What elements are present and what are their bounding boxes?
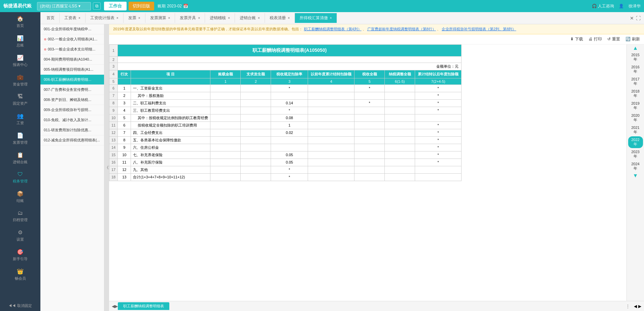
left-panel-item-002[interactable]: ⊗ 002-一般企业收入明细表(A1... <box>40 34 104 44</box>
sidebar-item-invoice[interactable]: 📄 发票管理 <box>0 129 40 148</box>
title-row: 1 职工薪酬纳税调整明细表(A105050) <box>109 44 462 56</box>
error-icon-002: ⊗ <box>44 37 46 41</box>
year-item-2022[interactable]: 2022年 <box>628 136 643 148</box>
workspace-button[interactable]: 工作台 <box>104 2 127 10</box>
year-item-2021[interactable]: 2021年 <box>628 124 643 136</box>
table-row: 16 11 八、补充医疗保险 0.05 * <box>109 159 462 166</box>
sidebar-item-home[interactable]: 🏠 首页 <box>0 12 40 32</box>
calendar-icon[interactable]: 📅 <box>183 4 188 8</box>
sheet-scroll-left[interactable]: ◀ <box>112 304 115 309</box>
year-item-2024[interactable]: 2024年 <box>628 161 643 172</box>
sidebar-item-general-ledger[interactable]: 📊 总账 <box>0 32 40 51</box>
sidebar-item-capital[interactable]: 💼 资金管理 <box>0 71 40 90</box>
left-panel-collapse-button[interactable]: 《 <box>104 24 109 311</box>
warning-link-2[interactable]: 广宣费超标年度纳税调整明细表（第8行） <box>367 27 436 31</box>
tab-close-invoice-calc[interactable]: × <box>168 16 170 20</box>
tab-close-invoice-open[interactable]: × <box>198 16 200 20</box>
sheet-scroll-right[interactable]: ▶ <box>115 304 118 309</box>
tab-close-payroll-report[interactable]: × <box>116 16 118 20</box>
sidebar-item-assets[interactable]: 🏗 固定资产 <box>0 90 40 109</box>
download-button[interactable]: ⬇ 下载 <box>570 36 583 42</box>
tab-payroll[interactable]: 工资表 × <box>60 13 86 23</box>
tab-close-all-button[interactable]: ✕ <box>630 15 634 21</box>
error-icon-003: ⊗ <box>44 47 46 51</box>
sidebar-label-member: 畅会员 <box>15 276 26 281</box>
year-item-2018[interactable]: 2018年 <box>628 88 643 100</box>
tab-close-purchase-ledger[interactable]: × <box>258 16 260 20</box>
tab-actions: ✕ ⛶ <box>630 15 643 21</box>
refresh-button[interactable]: 🔄 刷新 <box>625 36 640 42</box>
tab-close-purchase-check[interactable]: × <box>228 16 230 20</box>
tab-invoice-open[interactable]: 发票开具 × <box>175 13 205 23</box>
company-selector[interactable]: (勿动) 江西腿宝-LSS ▾ <box>37 2 91 10</box>
left-panel-item-001[interactable]: 001-企业所得税年度纳税申... <box>40 24 104 34</box>
sheet-tab-active[interactable]: 职工薪酬纳税调整明细表 <box>118 302 169 310</box>
sheet-menu-icon[interactable]: ⋮ <box>626 304 630 309</box>
tab-home[interactable]: 首页 <box>42 13 60 23</box>
left-panel-item-010[interactable]: 010-免税、减计收入及加计... <box>40 115 104 125</box>
assets-icon: 🏗 <box>18 94 23 100</box>
closing-icon: 📦 <box>17 191 24 197</box>
tab-maximize-button[interactable]: ⛶ <box>636 15 641 21</box>
year-nav-up-button[interactable]: ▲ <box>633 45 638 51</box>
help-button[interactable]: 🎧 人工咨询 <box>592 3 614 9</box>
tab-purchase-check[interactable]: 进销稽核 × <box>205 13 235 23</box>
switch-button[interactable]: 切到旧版 <box>129 2 154 10</box>
sidebar-item-settings[interactable]: ⚙ 设置 <box>0 226 40 245</box>
sidebar-item-tax[interactable]: 🛡 税务管理 <box>0 168 40 187</box>
year-item-2015[interactable]: 2015年 <box>628 51 643 63</box>
sidebar-item-payroll[interactable]: 👥 工资 <box>0 109 40 129</box>
sidebar-item-member[interactable]: 👑 畅会员 <box>0 265 40 284</box>
year-item-2016[interactable]: 2016年 <box>628 64 643 75</box>
sheet-options: ⋮ ◀ ▶ <box>626 304 641 309</box>
tab-purchase-ledger[interactable]: 进销台账 × <box>235 13 265 23</box>
col-F-header: 以前年度累计结转扣除额 <box>308 70 354 78</box>
capital-icon: 💼 <box>17 74 24 80</box>
tab-close-invoice[interactable]: × <box>138 16 140 20</box>
col-G-header: 税收全额 <box>354 70 385 78</box>
table-row: 11 6 按税收规定全额扣除的职工培训费用 1 * <box>109 122 462 129</box>
tab-close-income-tax[interactable]: × <box>330 16 332 20</box>
year-item-2023[interactable]: 2023年 <box>628 148 643 160</box>
year-item-2017[interactable]: 2017年 <box>628 76 643 88</box>
left-panel-item-007[interactable]: 007-广告费和业务宣传费明... <box>40 85 104 95</box>
tab-close-payroll[interactable]: × <box>78 16 80 20</box>
left-panel-item-005[interactable]: 005-纳税调整项目明细表(A1... <box>40 65 104 75</box>
left-panel-item-003[interactable]: ⊗ 003-一般企业成本支出明细... <box>40 44 104 55</box>
year-item-2020[interactable]: 2020年 <box>628 112 643 124</box>
warning-link-1[interactable]: 职工薪酬纳税调整明细表（第4列） <box>304 27 362 31</box>
left-panel-item-006[interactable]: 006-职工薪酬纳税调整明细... <box>40 75 104 85</box>
left-panel-item-012[interactable]: 012-减免企业所得税优惠明细表(... <box>40 135 104 145</box>
year-nav-down-button[interactable]: ▼ <box>633 173 638 179</box>
left-panel-item-008[interactable]: 008-资产折旧、摊销及纳税... <box>40 95 104 105</box>
print-button[interactable]: 🖨 打印 <box>588 36 602 42</box>
left-panel-item-004[interactable]: 004-期间费用明细表(A1040... <box>40 55 104 65</box>
tab-tax-table[interactable]: 税表清册 × <box>265 13 295 23</box>
tab-payroll-report[interactable]: 工资统计报表 × <box>86 13 124 23</box>
copy-button[interactable]: ⧉ <box>93 2 101 10</box>
tab-label-home: 首页 <box>46 15 55 21</box>
col-D-header: 支求发生额 <box>241 70 271 78</box>
sheet-scroll-bar-right[interactable]: ▶ <box>638 304 641 309</box>
sidebar-item-guide[interactable]: 🎯 新手引导 <box>0 245 40 265</box>
sidebar-item-closing[interactable]: 📦 结账 <box>0 187 40 207</box>
reset-button[interactable]: ↺ 重置 <box>607 36 620 42</box>
tab-close-tax-table[interactable]: × <box>288 16 290 20</box>
sidebar-item-reports[interactable]: 📈 报表中心 <box>0 51 40 71</box>
sidebar-footer-unpin[interactable]: ◀◀ 取消固定 <box>0 301 40 311</box>
table-row: 8 3 二、职工福利费支出 0.14 * * <box>109 99 462 107</box>
sheet-scroll-bar-left[interactable]: ◀ <box>634 304 637 309</box>
sidebar-item-archive[interactable]: 🗂 归档管理 <box>0 207 40 226</box>
year-item-2019[interactable]: 2019年 <box>628 100 643 112</box>
left-panel-item-011[interactable]: 011-研发费用加计扣除优惠... <box>40 125 104 135</box>
warning-link-3[interactable]: 企业所得税弥补亏损明细表（第2列、第8列） <box>442 27 516 31</box>
tab-invoice[interactable]: 发票 × <box>124 13 145 23</box>
col-A-header: 行次 <box>118 70 131 78</box>
sidebar-label-settings: 设置 <box>16 237 24 242</box>
tab-income-tax[interactable]: 所得税汇算清缴 × <box>295 13 337 23</box>
sidebar-item-purchase-sales[interactable]: 📋 进销台账 <box>0 148 40 168</box>
reset-icon: ↺ <box>607 37 611 41</box>
left-panel-item-009[interactable]: 009-企业所得税弥补亏损明... <box>40 105 104 115</box>
tab-invoice-calc[interactable]: 发票测算 × <box>145 13 175 23</box>
tab-label-income-tax: 所得税汇算清缴 <box>300 15 328 21</box>
